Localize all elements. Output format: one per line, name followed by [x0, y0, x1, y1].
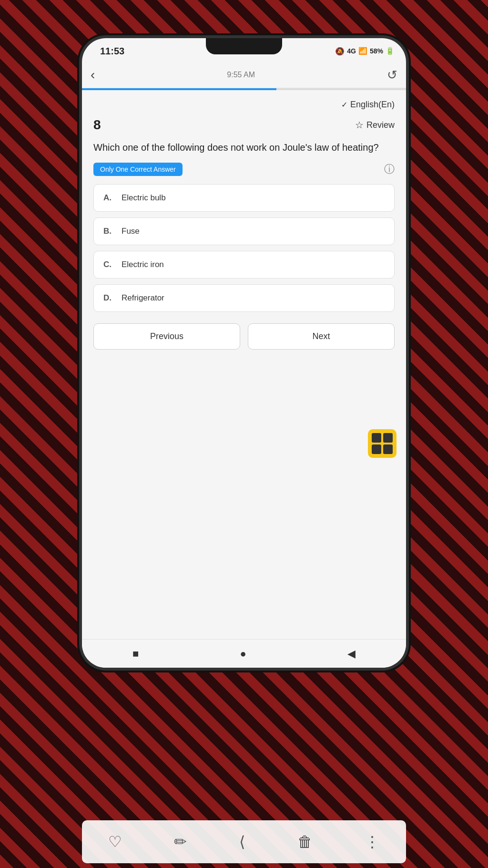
grid-dot-1: [372, 433, 381, 443]
grid-overlay-icon[interactable]: [368, 429, 396, 458]
option-b[interactable]: B. Fuse: [93, 217, 395, 245]
option-d-letter: D.: [103, 293, 114, 303]
language-row: ✓ English(En): [93, 100, 395, 110]
star-icon: ☆: [355, 119, 364, 131]
option-c[interactable]: C. Electric iron: [93, 251, 395, 279]
more-button[interactable]: ⋮: [365, 833, 380, 851]
option-b-letter: B.: [103, 227, 114, 236]
option-a-letter: A.: [103, 193, 114, 203]
android-back-button[interactable]: ◀: [347, 648, 356, 660]
option-d[interactable]: D. Refrigerator: [93, 284, 395, 312]
back-button[interactable]: ‹: [91, 67, 95, 83]
grid-dot-2: [383, 433, 393, 443]
battery-label: 58%: [370, 47, 383, 55]
phone-status-right: 🔕 4G 📶 58% 🔋: [335, 47, 395, 56]
phone-time: 11:53: [100, 46, 124, 57]
nav-buttons: Previous Next: [93, 323, 395, 350]
android-home-button[interactable]: ●: [240, 648, 246, 660]
chevron-down-icon: ✓: [341, 100, 347, 109]
language-label[interactable]: English(En): [350, 100, 395, 110]
app-content: ‹ 9:55 AM ↺ ✓ English(En) 8 ☆ Review: [82, 62, 406, 668]
share-button[interactable]: ⟨: [239, 833, 245, 851]
previous-button[interactable]: Previous: [93, 323, 240, 350]
question-number: 8: [93, 117, 101, 133]
refresh-button[interactable]: ↺: [387, 68, 397, 83]
options-list: A. Electric bulb B. Fuse C. Electric iro…: [93, 184, 395, 312]
phone-notch: [206, 38, 282, 54]
option-a[interactable]: A. Electric bulb: [93, 184, 395, 212]
review-label: Review: [366, 120, 395, 130]
quiz-area: ✓ English(En) 8 ☆ Review Which one of th…: [82, 90, 406, 639]
progress-bar: [82, 88, 406, 90]
battery-icon: 🔋: [386, 47, 395, 55]
phone-frame: 11:53 🔕 4G 📶 58% 🔋 ‹ 9:55 AM ↺ ✓ English…: [82, 38, 406, 668]
android-square-button[interactable]: ■: [132, 648, 139, 660]
android-nav-bar: ■ ● ◀: [82, 639, 406, 668]
question-text: Which one of the following does not work…: [93, 140, 395, 155]
review-button[interactable]: ☆ Review: [355, 119, 395, 131]
option-a-text: Electric bulb: [122, 193, 166, 203]
mute-icon: 🔕: [335, 47, 345, 56]
review-row: 8 ☆ Review: [93, 117, 395, 133]
network-label: 4G: [347, 47, 356, 55]
grid-dot-4: [383, 444, 393, 454]
like-button[interactable]: ♡: [108, 833, 122, 851]
option-b-text: Fuse: [122, 227, 140, 236]
signal-icon: 📶: [358, 47, 367, 55]
answer-badge: Only One Correct Answer: [93, 163, 183, 176]
app-bar-time: 9:55 AM: [227, 71, 255, 79]
next-button[interactable]: Next: [248, 323, 395, 350]
answer-badge-row: Only One Correct Answer ⓘ: [93, 162, 395, 176]
grid-dot-3: [372, 444, 381, 454]
edit-button[interactable]: ✏: [174, 833, 187, 851]
info-icon[interactable]: ⓘ: [384, 162, 395, 176]
bottom-toolbar: ♡ ✏ ⟨ 🗑 ⋮: [82, 820, 406, 863]
app-top-bar: ‹ 9:55 AM ↺: [82, 62, 406, 88]
progress-bar-fill: [82, 88, 276, 90]
option-d-text: Refrigerator: [122, 293, 164, 303]
delete-button[interactable]: 🗑: [297, 833, 313, 851]
option-c-text: Electric iron: [122, 260, 164, 269]
option-c-letter: C.: [103, 260, 114, 269]
